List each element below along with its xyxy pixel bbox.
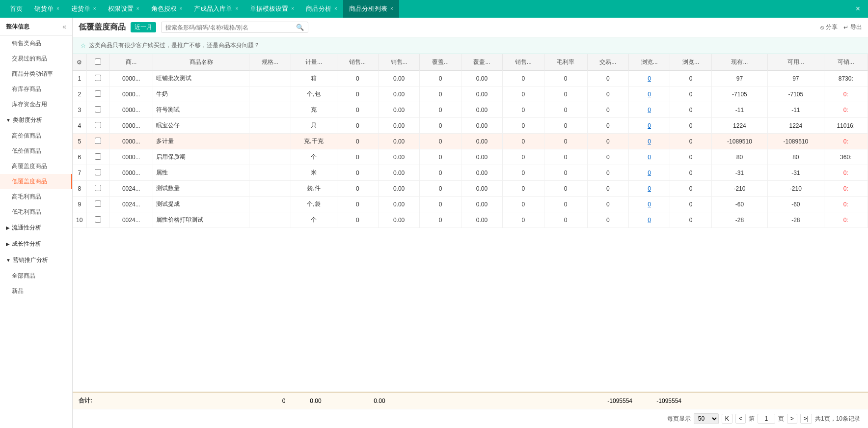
row-cover2-9: 0.00 <box>461 212 502 228</box>
row-settings-7: 8 <box>73 181 86 197</box>
table-row: 3 0000... 符号测试 克 0 0.00 0 0.00 0 0 0 0 0… <box>73 102 868 118</box>
row-browse1-5[interactable]: 0 <box>628 149 670 165</box>
sidebar-item-high-coverage[interactable]: 高覆盖度商品 <box>0 159 72 174</box>
row-trade-5: 0 <box>587 149 628 165</box>
cover1-col-header[interactable]: 覆盖... <box>420 54 461 71</box>
nav-close-inventory[interactable]: × <box>235 0 238 18</box>
first-page-btn[interactable]: K <box>722 414 732 424</box>
sidebar-item-low-coverage[interactable]: 低覆盖度商品 <box>0 174 72 189</box>
row-browse1-6[interactable]: 0 <box>628 165 670 181</box>
row-select-3[interactable] <box>95 122 101 128</box>
nav-home[interactable]: 首页 <box>4 0 28 18</box>
trade-col-header[interactable]: 交易... <box>587 54 628 71</box>
sidebar-section-category-analysis[interactable]: ▼ 类射度分析 <box>0 112 72 128</box>
sales-amount-col-header[interactable]: 销售... <box>378 54 419 71</box>
sidebar-item-sales-products[interactable]: 销售类商品 <box>0 36 72 51</box>
row-gross-rate-7: 0 <box>544 181 587 197</box>
row-checkbox-7 <box>86 181 109 197</box>
nav-permissions[interactable]: 权限设置 × <box>102 0 145 18</box>
settings-col-header[interactable]: ⚙ <box>73 54 86 71</box>
nav-product-analysis[interactable]: 商品分析 × <box>300 0 343 18</box>
spec-col-header[interactable]: 规格... <box>249 54 291 71</box>
nav-close-product-analysis-list[interactable]: × <box>390 0 393 18</box>
nav-template[interactable]: 单据模板设置 × <box>244 0 300 18</box>
row-available-3: 1224 <box>768 118 824 134</box>
prev-page-btn[interactable]: < <box>735 414 746 424</box>
last-page-btn[interactable]: >| <box>800 414 812 424</box>
sidebar-item-low-margin[interactable]: 低毛利商品 <box>0 204 72 220</box>
sidebar-item-category-turnover[interactable]: 商品分类动销率 <box>0 66 72 82</box>
sidebar-collapse-btn[interactable]: « <box>60 22 68 31</box>
nav-close-sales[interactable]: × <box>56 0 59 18</box>
sidebar-item-low-value[interactable]: 低价值商品 <box>0 143 72 159</box>
select-all-checkbox[interactable] <box>95 58 101 65</box>
nav-close-product-analysis[interactable]: × <box>334 0 337 18</box>
sidebar-item-new-products[interactable]: 新品 <box>0 284 72 299</box>
period-badge[interactable]: 近一月 <box>131 22 156 32</box>
page-input[interactable] <box>758 414 775 424</box>
next-page-btn[interactable]: > <box>787 414 797 424</box>
row-select-6[interactable] <box>95 169 101 175</box>
sidebar-section-circulation[interactable]: ▶ 流通性分析 <box>0 220 72 236</box>
row-browse1-9[interactable]: 0 <box>628 212 670 228</box>
sidebar-item-high-value[interactable]: 高价值商品 <box>0 128 72 143</box>
row-gross-rate-3: 0 <box>544 118 587 134</box>
code-col-header[interactable]: 商... <box>109 54 153 71</box>
available-col-header[interactable]: 可用... <box>768 54 824 71</box>
sales-count-col-header[interactable]: 销售... <box>337 54 378 71</box>
row-browse1-7[interactable]: 0 <box>628 181 670 197</box>
nav-close-all[interactable]: × <box>852 4 864 13</box>
sidebar-item-high-margin[interactable]: 高毛利商品 <box>0 189 72 204</box>
export-button[interactable]: ↵ 导出 <box>843 23 862 31</box>
sidebar-item-inventory-capital[interactable]: 库存资金占用 <box>0 97 72 112</box>
browse2-col-header[interactable]: 浏览... <box>670 54 711 71</box>
row-browse1-0[interactable]: 0 <box>628 71 670 86</box>
search-input[interactable] <box>165 24 294 31</box>
gross-rate-col-header[interactable]: 毛利率 <box>544 54 587 71</box>
row-browse1-8[interactable]: 0 <box>628 197 670 212</box>
saleable-col-header[interactable]: 可销... <box>824 54 868 71</box>
sidebar-item-in-stock[interactable]: 有库存商品 <box>0 82 72 97</box>
sidebar-section-growth[interactable]: ▶ 成长性分析 <box>0 236 72 252</box>
row-select-2[interactable] <box>95 106 101 113</box>
row-gross-rate-9: 0 <box>544 212 587 228</box>
nav-close-roles[interactable]: × <box>180 0 183 18</box>
row-gross-rate-4: 0 <box>544 134 587 149</box>
row-cover1-9: 0 <box>420 212 461 228</box>
share-button[interactable]: ⎋ 分享 <box>820 23 838 31</box>
row-browse1-2[interactable]: 0 <box>628 102 670 118</box>
nav-sales-order[interactable]: 销货单 × <box>28 0 65 18</box>
sidebar-section-marketing[interactable]: ▼ 营销推广分析 <box>0 252 72 268</box>
row-select-9[interactable] <box>95 216 101 223</box>
row-checkbox-0 <box>86 71 109 86</box>
row-select-8[interactable] <box>95 200 101 207</box>
sales-extra-col-header[interactable]: 销售... <box>503 54 544 71</box>
nav-purchase[interactable]: 进货单 × <box>65 0 102 18</box>
nav-close-permissions[interactable]: × <box>136 0 139 18</box>
header-actions: ⎋ 分享 ↵ 导出 <box>820 23 862 31</box>
nav-product-analysis-list[interactable]: 商品分析列表 × <box>343 0 399 18</box>
row-cover1-4: 0 <box>420 134 461 149</box>
row-select-1[interactable] <box>95 90 101 97</box>
nav-inventory[interactable]: 产成品入库单 × <box>188 0 244 18</box>
sidebar-item-all-products[interactable]: 全部商品 <box>0 268 72 284</box>
name-col-header[interactable]: 商品名称 <box>153 54 249 71</box>
row-browse1-3[interactable]: 0 <box>628 118 670 134</box>
per-page-select[interactable]: 50 20 100 200 <box>694 413 719 424</box>
row-browse1-4[interactable]: 0 <box>628 134 670 149</box>
nav-close-template[interactable]: × <box>291 0 294 18</box>
row-select-4[interactable] <box>95 138 101 144</box>
cover2-col-header[interactable]: 覆盖... <box>461 54 502 71</box>
row-cover2-4: 0.00 <box>461 134 502 149</box>
nav-close-purchase[interactable]: × <box>93 0 96 18</box>
unit-col-header[interactable]: 计量... <box>291 54 337 71</box>
row-browse1-1[interactable]: 0 <box>628 86 670 102</box>
row-select-5[interactable] <box>95 153 101 160</box>
row-select-0[interactable] <box>95 75 101 81</box>
current-col-header[interactable]: 现有... <box>711 54 767 71</box>
row-select-7[interactable] <box>95 185 101 191</box>
sidebar-item-traded-products[interactable]: 交易过的商品 <box>0 51 72 66</box>
browse1-col-header[interactable]: 浏览... <box>628 54 670 71</box>
checkbox-col-header <box>86 54 109 71</box>
nav-roles[interactable]: 角色授权 × <box>145 0 189 18</box>
